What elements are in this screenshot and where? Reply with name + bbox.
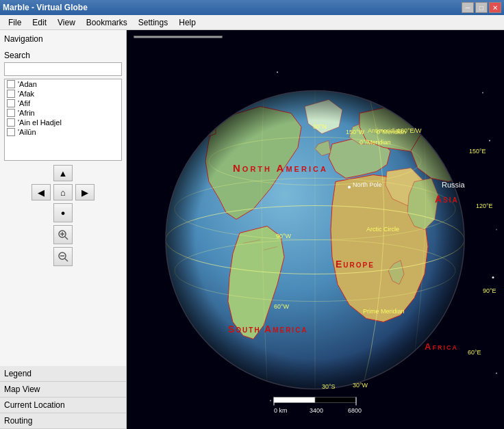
svg-point-60 [348,186,351,189]
svg-point-19 [277,72,278,73]
svg-text:30°N: 30°N [313,123,327,130]
minimize-button[interactable]: ─ [462,2,474,13]
left-panel: Navigation Search 'Adan 'Afak 'Afif [0,30,127,429]
city-name: 'Afrin [18,109,35,117]
svg-point-29 [496,229,497,231]
globe-svg: North America South America Europe Asia … [127,30,504,429]
svg-line-1 [65,237,68,239]
svg-text:3400: 3400 [310,407,323,414]
svg-text:Russia: Russia [442,181,466,189]
menu-help[interactable]: Help [173,16,201,29]
svg-text:Antimeridian: Antimeridian [368,127,402,134]
city-checkbox[interactable] [7,99,15,107]
svg-text:Prime Meridian: Prime Meridian [363,308,405,315]
nav-left-button[interactable]: ◀ [32,184,51,200]
nav-row-middle: ◀ ⌂ ▶ [32,184,94,200]
nav-row-up: ▲ [53,165,73,181]
svg-point-24 [496,373,497,374]
list-item[interactable]: 'Ailūn [5,127,121,137]
svg-rect-62 [274,398,315,403]
list-item[interactable]: 'Afrin [5,108,121,118]
svg-rect-63 [315,398,356,403]
legend-section[interactable]: Legend [0,366,126,382]
zoom-in-button[interactable] [53,225,73,244]
city-name: 'Ailūn [18,128,36,136]
city-name: 'Afak [18,90,34,98]
city-checkbox[interactable] [7,118,15,127]
routing-section[interactable]: Routing [0,413,126,429]
svg-text:90°W: 90°W [276,233,292,239]
list-item[interactable]: 'Ain el Hadjel [5,118,121,127]
nav-right-button[interactable]: ▶ [75,184,94,200]
svg-text:120°E: 120°E [476,203,493,209]
menu-settings[interactable]: Settings [133,16,173,29]
svg-text:6800: 6800 [348,407,362,414]
svg-text:150°E: 150°E [469,148,486,155]
city-checkbox[interactable] [7,80,15,88]
map-view-section[interactable]: Map View [0,382,126,398]
close-button[interactable]: ✕ [489,2,501,13]
window-title: Marble - Virtual Globe [3,3,88,12]
svg-text:Europe: Europe [336,259,375,270]
menu-view[interactable]: View [52,16,81,29]
city-list[interactable]: 'Adan 'Afak 'Afif 'Afrin 'Ain el Hadjel [4,79,122,161]
nav-row-zoom [53,225,73,244]
svg-point-20 [482,92,483,94]
nav-row-check: ● [53,203,73,222]
maximize-button[interactable]: □ [475,2,488,13]
menu-edit[interactable]: Edit [27,16,52,29]
navigation-section: Navigation Search 'Adan 'Afak 'Afif [0,30,126,366]
search-label: Search [4,51,122,60]
nav-buttons-group: ▲ ◀ ⌂ ▶ ● [4,161,122,270]
svg-text:Asia: Asia [435,194,459,205]
svg-text:North Pole: North Pole [353,181,382,188]
city-name: 'Ain el Hadjel [18,118,62,127]
nav-row-zoom-out [53,247,73,266]
svg-text:South America: South America [228,324,308,335]
svg-text:North America: North America [233,162,328,174]
svg-point-26 [489,140,490,142]
menu-bar: File Edit View Bookmarks Settings Help [0,15,504,30]
menu-bookmarks[interactable]: Bookmarks [81,16,133,29]
city-name: 'Afif [18,99,30,107]
svg-text:90°E: 90°E [483,287,496,294]
window-controls: ─ □ ✕ [462,2,501,13]
svg-text:150°W: 150°W [346,129,365,135]
nav-check-button[interactable]: ● [53,203,73,222]
search-input[interactable] [4,62,122,76]
navigation-label: Navigation [4,34,122,44]
list-item[interactable]: 'Adan [5,79,121,89]
svg-point-22 [492,276,494,278]
zoom-out-button[interactable] [53,247,73,266]
nav-up-button[interactable]: ▲ [53,165,73,181]
city-checkbox[interactable] [7,128,15,136]
svg-point-36 [166,91,464,389]
svg-text:0°/Meridian: 0°/Meridian [360,139,391,146]
city-name: 'Adan [18,80,37,88]
svg-text:Africa: Africa [425,341,458,352]
list-item[interactable]: 'Afak [5,89,121,99]
map-area[interactable]: N [127,30,504,429]
svg-text:60°E: 60°E [468,349,481,356]
list-item[interactable]: 'Afif [5,99,121,108]
svg-text:30°W: 30°W [353,382,368,389]
main-container: Navigation Search 'Adan 'Afak 'Afif [0,30,504,429]
svg-text:30°S: 30°S [322,383,336,390]
svg-text:Arctic Circle: Arctic Circle [366,226,399,233]
nav-home-button[interactable]: ⌂ [53,184,73,200]
city-checkbox[interactable] [7,109,15,117]
menu-file[interactable]: File [3,16,27,29]
svg-text:60°W: 60°W [274,303,290,310]
title-bar: Marble - Virtual Globe ─ □ ✕ [0,0,504,15]
svg-text:0 km: 0 km [274,407,288,414]
svg-point-25 [270,400,271,402]
svg-line-5 [65,259,68,261]
city-checkbox[interactable] [7,90,15,98]
current-location-section[interactable]: Current Location [0,398,126,413]
